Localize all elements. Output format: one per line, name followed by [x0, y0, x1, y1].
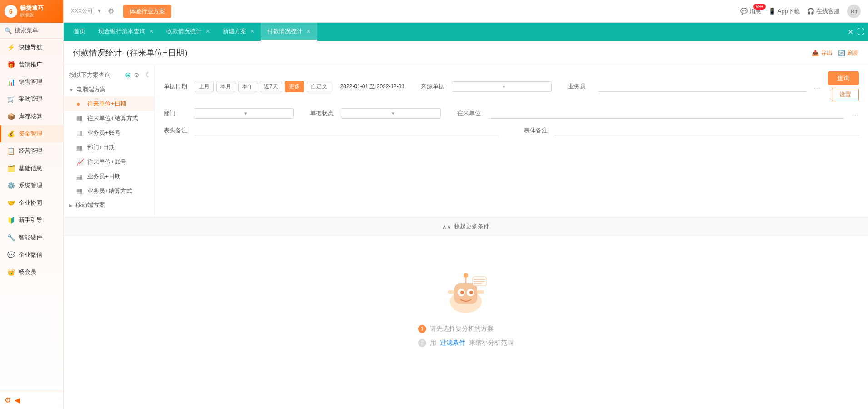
- scheme-item-staff-settlement[interactable]: ▦ 业务员+结算方式: [64, 184, 154, 198]
- dept-select[interactable]: ▾: [194, 108, 294, 119]
- sidebar-item-hardware[interactable]: 🔧 智能硬件: [0, 229, 63, 246]
- partner-input[interactable]: [488, 108, 844, 119]
- scheme-mobile-group[interactable]: ▶ 移动端方案: [64, 198, 154, 212]
- nav-label: 畅会员: [19, 268, 36, 276]
- date-buttons: 上月 本月 本年 近7天 更多 自定义: [195, 81, 331, 92]
- messages-button[interactable]: 💬 消息 99+: [740, 7, 761, 15]
- nav-label: 系统管理: [19, 182, 42, 190]
- tab-receivable-close[interactable]: ✕: [205, 28, 210, 35]
- date-btn-this-month[interactable]: 本月: [216, 81, 235, 92]
- date-btn-custom[interactable]: 自定义: [307, 81, 331, 92]
- header-note-input[interactable]: [195, 125, 499, 136]
- sidebar-footer: ⚙ ◀: [0, 391, 63, 409]
- voucher-status-select[interactable]: ▾: [341, 108, 441, 119]
- sidebar-item-weixin[interactable]: 💬 企业微信: [0, 246, 63, 263]
- online-service-button[interactable]: 🎧 在线客服: [807, 7, 840, 15]
- staff-input[interactable]: [598, 81, 806, 92]
- scheme-item-label: 往来单位+结算方式: [87, 114, 138, 122]
- scheme-item-partner-settlement[interactable]: ▦ 往来单位+结算方式: [64, 111, 154, 126]
- nav-label: 库存核算: [19, 112, 42, 121]
- scheme-item-partner-account[interactable]: 📈 往来单位+账号: [64, 155, 154, 169]
- tab-payment-close[interactable]: ✕: [306, 28, 311, 35]
- sidebar-item-marketing[interactable]: 🎁 营销推广: [0, 56, 63, 73]
- filter-row-1: 单据日期 上月 本月 本年 近7天 更多 自定义 2022-01-01 至 20…: [164, 71, 859, 101]
- step2-suffix: 来缩小分析范围: [469, 337, 514, 348]
- sidebar-item-guide[interactable]: 🔰 新手引导: [0, 212, 63, 229]
- scheme-item-staff-date[interactable]: ▦ 业务员+日期: [64, 169, 154, 184]
- scheme-item-label: 业务员+账号: [87, 129, 120, 137]
- topbar-chevron-icon[interactable]: ▾: [98, 9, 100, 14]
- sidebar-header: 6 畅捷通巧 标准版: [0, 0, 63, 23]
- settings-button[interactable]: 设置: [832, 88, 859, 101]
- scheme-add-button[interactable]: ⊕: [125, 71, 131, 79]
- desktop-group-arrow: ▼: [69, 87, 74, 92]
- query-button[interactable]: 查询: [828, 71, 859, 85]
- scheme-item-label: 业务员+日期: [87, 172, 120, 181]
- step2-highlight: 过滤条件: [440, 337, 465, 348]
- partner-dots[interactable]: …: [852, 109, 859, 117]
- sidebar-item-member[interactable]: 👑 畅会员: [0, 263, 63, 281]
- scheme-gear-icon[interactable]: ⚙: [134, 71, 140, 79]
- collapse-label: 收起更多条件: [454, 222, 489, 231]
- body-note-input[interactable]: [555, 125, 859, 136]
- footer-collapse-icon[interactable]: ◀: [15, 396, 20, 404]
- tabbar: 首页 现金银行流水查询 ✕ 收款情况统计 ✕ 新建方案 ✕ 付款情况统计 ✕ ✕…: [64, 23, 868, 41]
- footer-settings-icon[interactable]: ⚙: [5, 396, 11, 404]
- source-select[interactable]: ▾: [452, 81, 552, 92]
- sidebar-item-funds[interactable]: 💰 资金管理: [0, 125, 63, 142]
- scheme-item-staff-account[interactable]: ▦ 业务员+账号: [64, 126, 154, 140]
- collapse-more-bar[interactable]: ∧∧ 收起更多条件: [64, 218, 868, 236]
- close-all-tabs-icon[interactable]: ✕: [848, 28, 853, 36]
- date-btn-more[interactable]: 更多: [285, 81, 304, 92]
- tab-new-plan-close[interactable]: ✕: [250, 28, 254, 35]
- voucher-status-label: 单据状态: [310, 109, 334, 117]
- nav-label: 基础信息: [19, 164, 42, 172]
- expand-icon[interactable]: ⛶: [857, 28, 864, 36]
- nav-label: 经营管理: [19, 147, 42, 155]
- sidebar-item-system[interactable]: ⚙️ 系统管理: [0, 177, 63, 194]
- date-btn-last-month[interactable]: 上月: [195, 81, 214, 92]
- tab-receivable[interactable]: 收款情况统计 ✕: [160, 23, 216, 41]
- empty-step-2: 2 用 过滤条件 来缩小分析范围: [418, 337, 514, 348]
- trial-button[interactable]: 体验行业方案: [123, 5, 171, 18]
- scheme-collapse-icon[interactable]: 《: [142, 71, 149, 79]
- app-download-button[interactable]: 📱 App下载: [768, 7, 800, 15]
- staff-dots[interactable]: …: [813, 82, 821, 91]
- nav-label: 企业微信: [19, 251, 42, 259]
- refresh-button[interactable]: 🔄 刷新: [838, 49, 859, 57]
- mobile-group-label: 移动端方案: [75, 201, 105, 209]
- nav-label: 销售管理: [19, 78, 42, 86]
- empty-step-1: 1 请先选择要分析的方案: [418, 323, 514, 334]
- tab-cashflow-close[interactable]: ✕: [149, 28, 154, 35]
- sidebar-item-sales[interactable]: 📊 销售管理: [0, 73, 63, 91]
- user-avatar[interactable]: Rit: [847, 5, 861, 18]
- scheme-item-icon: ▦: [76, 115, 84, 122]
- sidebar-item-enterprise[interactable]: 🤝 企业协同: [0, 194, 63, 212]
- search-icon: 🔍: [5, 27, 12, 34]
- tab-new-plan[interactable]: 新建方案 ✕: [216, 23, 261, 41]
- sidebar-search[interactable]: 🔍 搜索菜单: [0, 23, 63, 39]
- mobile-group-arrow: ▶: [69, 203, 73, 208]
- page-header: 付款情况统计（往来单位+日期） 📤 导出 🔄 刷新: [64, 41, 868, 65]
- sidebar-item-operation[interactable]: 📋 经营管理: [0, 142, 63, 160]
- tab-cashflow[interactable]: 现金银行流水查询 ✕: [92, 23, 160, 41]
- scheme-item-icon: ▦: [76, 173, 84, 180]
- empty-illustration: [439, 263, 493, 318]
- sidebar-item-shortcut[interactable]: ⚡ 快捷导航: [0, 39, 63, 56]
- sidebar-item-purchase[interactable]: 🛒 采购管理: [0, 91, 63, 108]
- export-button[interactable]: 📤 导出: [812, 49, 833, 57]
- date-btn-this-year[interactable]: 本年: [238, 81, 257, 92]
- tab-home[interactable]: 首页: [67, 23, 92, 41]
- service-icon: 🎧: [807, 8, 814, 15]
- tab-payment[interactable]: 付款情况统计 ✕: [261, 23, 317, 41]
- filter-actions: 查询 设置: [828, 71, 859, 101]
- scheme-item-partner-date[interactable]: ● 往来单位+日期: [64, 96, 154, 111]
- sidebar-item-basic[interactable]: 🗂️ 基础信息: [0, 160, 63, 177]
- scheme-item-dept-date[interactable]: ▦ 部门+日期: [64, 140, 154, 155]
- topbar-gear-icon[interactable]: ⚙: [108, 7, 114, 15]
- scheme-item-active-icon: ●: [76, 100, 84, 107]
- scheme-desktop-group[interactable]: ▼ 电脑端方案: [64, 83, 154, 96]
- scheme-item-label: 部门+日期: [87, 143, 115, 151]
- date-btn-7days[interactable]: 近7天: [260, 81, 282, 92]
- sidebar-item-inventory[interactable]: 📦 库存核算: [0, 108, 63, 125]
